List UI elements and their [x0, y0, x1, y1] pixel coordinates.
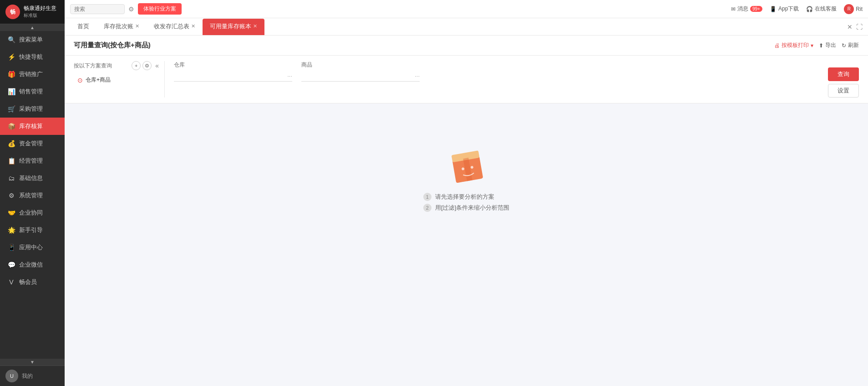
experience-btn[interactable]: 体验行业方案: [138, 3, 182, 15]
action-buttons: 查询 设置: [822, 61, 859, 98]
sidebar-item-search[interactable]: 🔍 搜索菜单: [0, 31, 65, 48]
empty-illustration: [444, 140, 489, 185]
product-label: 商品: [301, 61, 420, 69]
warehouse-more-btn[interactable]: ···: [287, 72, 292, 79]
tab-home[interactable]: 首页: [70, 19, 96, 35]
finance-icon: 💰: [7, 139, 15, 148]
product-input-row: ···: [301, 71, 420, 82]
empty-state: 1 请先选择要分析的方案 2 用[过滤]条件来缩小分析范围: [65, 103, 868, 251]
query-btn[interactable]: 查询: [828, 67, 859, 81]
warehouse-label: 仓库: [174, 61, 292, 69]
tab-available-ledger[interactable]: 可用量库存账本✕: [203, 19, 264, 35]
query-scheme: 按以下方案查询 + ⚙ « ⊙ 仓库+商品: [74, 61, 165, 98]
empty-tip-2: 2 用[过滤]条件来缩小分析范围: [423, 204, 509, 212]
print-btn[interactable]: 🖨 按模板打印 ▾: [774, 41, 813, 49]
sidebar-item-basic-info[interactable]: 🗂 基础信息: [0, 170, 65, 187]
wechat-label: 企业微信: [19, 261, 43, 269]
wechat-icon: 💬: [7, 261, 15, 269]
marketing-icon: 🎁: [7, 70, 15, 78]
sidebar-footer[interactable]: U 我的: [0, 365, 65, 386]
print-dropdown-icon: ▾: [811, 42, 813, 49]
sidebar-item-system[interactable]: ⚙ 系统管理: [0, 187, 65, 204]
marketing-label: 营销推广: [19, 70, 43, 78]
sidebar-item-newbie[interactable]: 🌟 新手引导: [0, 221, 65, 239]
scheme-item-warehouse-product[interactable]: ⊙ 仓库+商品: [74, 74, 159, 86]
tab-batch-account[interactable]: 库存批次账✕: [96, 19, 147, 35]
export-btn[interactable]: ⬆ 导出: [819, 41, 836, 49]
sidebar-item-quick-nav[interactable]: ⚡ 快捷导航: [0, 48, 65, 66]
sidebar-item-purchase[interactable]: 🛒 采购管理: [0, 100, 65, 118]
message-badge: 99+: [750, 6, 762, 12]
empty-tip-1: 1 请先选择要分析的方案: [423, 193, 509, 201]
close-inventory-summary-btn[interactable]: ✕: [191, 23, 195, 29]
inventory-icon: 📦: [7, 122, 15, 130]
tab-label-inventory-summary: 收发存汇总表: [154, 22, 189, 31]
sidebar-brand: 畅康通好生意 标准版: [24, 5, 56, 19]
tab-actions: ✕ ⛶: [847, 23, 863, 31]
sidebar-item-marketing[interactable]: 🎁 营销推广: [0, 66, 65, 83]
purchase-label: 采购管理: [19, 105, 43, 113]
refresh-btn[interactable]: ↻ 刷新: [842, 41, 859, 49]
headset-icon: 🎧: [806, 6, 813, 12]
inventory-label: 库存核算: [19, 122, 43, 130]
message-btn[interactable]: ✉ 消息 99+: [731, 5, 762, 13]
member-label: 畅会员: [19, 278, 37, 286]
app-center-label: 应用中心: [19, 243, 43, 252]
quick-nav-label: 快捷导航: [19, 53, 43, 61]
tip-text-2: 用[过滤]条件来缩小分析范围: [435, 204, 509, 212]
warehouse-input-row: ···: [174, 71, 292, 82]
page-header: 可用量查询(按仓库+商品) 🖨 按模板打印 ▾ ⬆ 导出 ↻ 刷新: [65, 36, 868, 56]
online-service-btn[interactable]: 🎧 在线客服: [806, 5, 837, 13]
tab-inventory-summary[interactable]: 收发存汇总表✕: [147, 19, 203, 35]
tip-num-1: 1: [423, 193, 431, 201]
settings-btn[interactable]: 设置: [828, 84, 859, 98]
sidebar-item-sales[interactable]: 📊 销售管理: [0, 83, 65, 100]
basic-info-icon: 🗂: [7, 174, 15, 182]
topbar-right: ✉ 消息 99+ 📱 App下载 🎧 在线客服 R Rit: [731, 4, 863, 14]
purchase-icon: 🛒: [7, 105, 15, 113]
sidebar-item-app-center[interactable]: 📱 应用中心: [0, 239, 65, 256]
manage-scheme-btn[interactable]: ⚙: [142, 61, 152, 70]
close-available-ledger-btn[interactable]: ✕: [253, 23, 257, 29]
maximize-tab-btn[interactable]: ⛶: [856, 23, 863, 31]
sidebar-title: 畅康通好生意: [24, 5, 56, 12]
sidebar-item-operations[interactable]: 📋 经营管理: [0, 152, 65, 170]
member-icon: V: [7, 278, 15, 286]
search-icon: 🔍: [7, 36, 15, 44]
finance-label: 资金管理: [19, 139, 43, 148]
sidebar-item-finance[interactable]: 💰 资金管理: [0, 135, 65, 152]
sidebar-scroll-down[interactable]: ▼: [0, 359, 65, 365]
printer-icon: 🖨: [774, 42, 780, 49]
tab-label-available-ledger: 可用量库存账本: [210, 22, 251, 31]
user-profile-btn[interactable]: R Rit: [844, 4, 863, 14]
message-icon: ✉: [731, 6, 736, 12]
add-scheme-btn[interactable]: +: [132, 61, 141, 70]
query-scheme-title: 按以下方案查询: [74, 62, 112, 70]
phone-icon: 📱: [770, 6, 777, 12]
sidebar-item-inventory[interactable]: 📦 库存核算: [0, 118, 65, 135]
filter-area: 仓库 ··· 商品 ···: [165, 61, 822, 82]
topbar-search-input[interactable]: [70, 4, 125, 14]
tab-label-batch-account: 库存批次账: [104, 22, 133, 31]
empty-tips: 1 请先选择要分析的方案 2 用[过滤]条件来缩小分析范围: [423, 193, 509, 215]
page-actions: 🖨 按模板打印 ▾ ⬆ 导出 ↻ 刷新: [774, 41, 859, 49]
sidebar-item-wechat[interactable]: 💬 企业微信: [0, 256, 65, 273]
sidebar-scroll-up[interactable]: ▲: [0, 24, 65, 31]
sidebar-item-enterprise[interactable]: 🤝 企业协同: [0, 204, 65, 221]
topbar: ⚙ 体验行业方案 ✉ 消息 99+ 📱 App下载 🎧 在线客服 R Rit: [65, 0, 868, 18]
enterprise-icon: 🤝: [7, 209, 15, 217]
sidebar-item-member[interactable]: V 畅会员: [0, 273, 65, 291]
topbar-gear-icon[interactable]: ⚙: [128, 5, 134, 13]
content-area: 可用量查询(按仓库+商品) 🖨 按模板打印 ▾ ⬆ 导出 ↻ 刷新: [65, 36, 868, 386]
app-download-btn[interactable]: 📱 App下载: [770, 5, 799, 13]
newbie-label: 新手引导: [19, 226, 43, 234]
close-batch-account-btn[interactable]: ✕: [135, 23, 139, 29]
sidebar: 畅 畅康通好生意 标准版 ▲ 🔍 搜索菜单 ⚡ 快捷导航 🎁 营销推广 📊 销售…: [0, 0, 65, 386]
product-more-btn[interactable]: ···: [415, 72, 420, 79]
export-icon: ⬆: [819, 42, 823, 49]
close-tab-btn[interactable]: ✕: [847, 23, 853, 31]
collapse-scheme-btn[interactable]: «: [155, 62, 159, 69]
system-icon: ⚙: [7, 191, 15, 200]
sidebar-header: 畅 畅康通好生意 标准版: [0, 0, 65, 24]
sales-label: 销售管理: [19, 87, 43, 96]
